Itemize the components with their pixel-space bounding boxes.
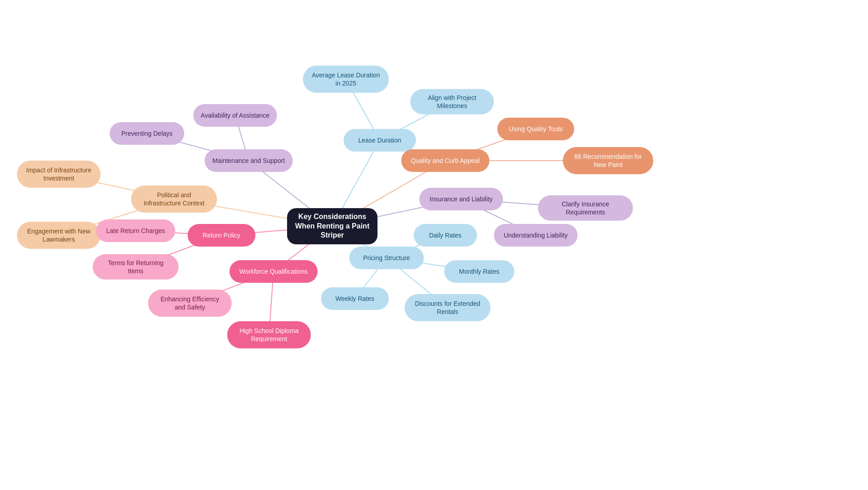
node-weekly-rates[interactable]: Weekly Rates: [321, 287, 389, 310]
node-enhancing-efficiency[interactable]: Enhancing Efficiency and Safety: [148, 290, 232, 317]
node-pricing-structure[interactable]: Pricing Structure: [349, 247, 424, 269]
node-political-infra[interactable]: Political and Infrastructure Context: [131, 186, 217, 213]
node-using-quality-tools[interactable]: Using Quality Tools: [497, 118, 574, 140]
node-impact-infra[interactable]: Impact of Infrastructure Investment: [17, 161, 101, 188]
node-monthly-rates[interactable]: Monthly Rates: [444, 260, 514, 283]
node-daily-rates[interactable]: Daily Rates: [414, 224, 477, 247]
node-late-return[interactable]: Late Return Charges: [96, 219, 175, 242]
node-lease-duration[interactable]: Lease Duration: [344, 129, 416, 152]
node-terms-returning[interactable]: Terms for Returning Items: [93, 254, 179, 280]
node-insurance-liability[interactable]: Insurance and Liability: [420, 188, 503, 210]
center-node[interactable]: Key Considerations When Renting a Paint …: [287, 208, 377, 244]
node-clarify-insurance[interactable]: Clarify Insurance Requirements: [538, 195, 633, 221]
node-preventing-delays[interactable]: Preventing Delays: [110, 122, 184, 145]
node-workforce-qual[interactable]: Workforce Qualifications: [230, 260, 318, 283]
node-quality-curb[interactable]: Quality and Curb Appeal: [401, 149, 490, 172]
node-understanding-liability[interactable]: Understanding Liability: [494, 224, 578, 247]
node-high-school[interactable]: High School Diploma Requirement: [227, 321, 311, 348]
mindmap-container: Key Considerations When Renting a Paint …: [0, 0, 868, 490]
node-maintenance[interactable]: Maintenance and Support: [205, 149, 293, 172]
node-return-policy[interactable]: Return Policy: [188, 224, 255, 247]
node-align-project[interactable]: Align with Project Milestones: [410, 89, 494, 114]
node-engagement-lawmakers[interactable]: Engagement with New Lawmakers: [17, 222, 101, 249]
node-discounts-rentals[interactable]: Discounts for Extended Rentals: [405, 294, 491, 321]
node-recommendation-paint[interactable]: 66 Recommendation for New Paint: [563, 147, 653, 174]
node-availability[interactable]: Availability of Assistance: [193, 104, 277, 127]
node-avg-lease[interactable]: Average Lease Duration in 2025: [303, 66, 389, 93]
